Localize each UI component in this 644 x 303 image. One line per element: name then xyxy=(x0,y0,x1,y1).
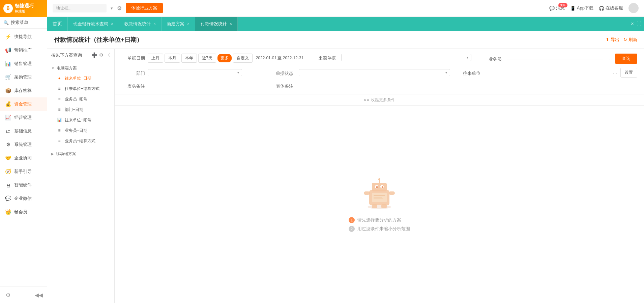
app-download-button[interactable]: 📱 App下载 xyxy=(570,5,593,11)
sidebar-item-cooperation[interactable]: 🤝 企业协同 xyxy=(0,151,47,165)
address-bar[interactable]: 地址栏... xyxy=(53,4,107,12)
collapse-more-button[interactable]: ∧∧ 收起更多条件 xyxy=(363,97,395,103)
tab-new-scheme[interactable]: 新建方案 × xyxy=(162,17,195,31)
staff-more-icon[interactable]: … xyxy=(607,56,612,62)
scheme-item-label-staff-date: 业务员+日期 xyxy=(65,128,87,133)
sidebar-item-operations[interactable]: 📈 经营管理 xyxy=(0,111,47,124)
date-btn-7days[interactable]: 近7天 xyxy=(198,54,216,63)
scheme-item-staff-settlement[interactable]: ≡ 业务员+结算方式 xyxy=(47,136,114,146)
nav-icon-marketing: 📢 xyxy=(5,47,11,54)
scheme-item-label-partner-settlement: 往来单位+结算方式 xyxy=(65,86,99,92)
header-note-label: 表头备注 xyxy=(121,82,145,89)
svg-point-0 xyxy=(368,205,391,209)
scheme-item-label-staff-account: 业务员+账号 xyxy=(65,96,87,102)
tab-payment-stats-close[interactable]: × xyxy=(230,22,232,26)
sidebar-item-hardware[interactable]: 🖨 智能硬件 xyxy=(0,178,47,192)
date-btn-more[interactable]: 更多 xyxy=(217,54,232,62)
desktop-group-title[interactable]: ▼ 电脑端方案 xyxy=(47,63,114,73)
refresh-button[interactable]: ↻ 刷新 xyxy=(623,37,637,43)
export-button[interactable]: ⬆ 导出 xyxy=(606,37,619,43)
source-doc-select[interactable]: ▾ xyxy=(341,54,471,61)
settings-button[interactable]: 设置 xyxy=(620,68,637,78)
desktop-scheme-group: ▼ 电脑端方案 ● 往来单位+日期 ≡ 往来单位+结算方式 ≡ 业务员+账号 ≡ xyxy=(47,62,114,148)
scheme-settings-icon[interactable]: ⚙ xyxy=(99,52,104,58)
tab-payment-stats[interactable]: 付款情况统计 × xyxy=(195,17,238,31)
dept-select[interactable]: ▾ xyxy=(148,69,242,76)
sidebar-item-quick-nav[interactable]: ⚡ 快捷导航 xyxy=(0,30,47,43)
user-avatar[interactable] xyxy=(628,3,639,13)
nav-label-finance: 资金管理 xyxy=(14,101,32,107)
staff-label: 业务员 xyxy=(478,55,502,62)
online-service-button[interactable]: 🎧 在线客服 xyxy=(599,5,623,11)
scheme-item-dept-date[interactable]: ≡ 部门+日期 xyxy=(47,104,114,115)
nav-icon-system: ⚙ xyxy=(5,141,11,148)
staff-input[interactable] xyxy=(507,57,603,60)
nav-label-hardware: 智能硬件 xyxy=(14,182,32,188)
nav-icon-guide: 🧭 xyxy=(5,168,11,175)
date-btn-custom[interactable]: 自定义 xyxy=(233,54,253,63)
scheme-item-icon-staff-account: ≡ xyxy=(57,96,62,102)
body-note-label: 表体备注 xyxy=(270,82,293,89)
tab-receipt-stats-close[interactable]: × xyxy=(153,22,156,26)
sidebar-item-system[interactable]: ⚙ 系统管理 xyxy=(0,138,47,151)
empty-tip-2: 2 用过滤条件来缩小分析范围 xyxy=(349,226,410,232)
date-label: 单据日期 xyxy=(121,54,145,61)
nav-label-purchase: 采购管理 xyxy=(14,74,32,80)
trial-button[interactable]: 体验行业方案 xyxy=(126,3,163,13)
collapse-panel-icon[interactable]: 《 xyxy=(106,52,110,58)
mobile-scheme-group: ▶ 移动端方案 xyxy=(47,148,114,160)
tab-receipt-stats[interactable]: 收款情况统计 × xyxy=(119,17,162,31)
date-btn-last-month[interactable]: 上月 xyxy=(148,54,163,63)
tab-home[interactable]: 首页 xyxy=(47,17,68,31)
scheme-item-partner-date[interactable]: ● 往来单位+日期 xyxy=(47,73,114,84)
scheme-item-partner-account[interactable]: 📊 往来单位+账号 xyxy=(47,115,114,125)
sidebar-item-finance[interactable]: 💰 资金管理 xyxy=(0,97,47,111)
top-bar-gear-icon[interactable]: ⚙ xyxy=(117,5,122,11)
tab-new-scheme-close[interactable]: × xyxy=(187,22,189,26)
sidebar-collapse-btn[interactable]: ◀◀ xyxy=(34,290,43,300)
scheme-item-partner-settlement[interactable]: ≡ 往来单位+结算方式 xyxy=(47,84,114,94)
address-chevron-icon[interactable]: ▾ xyxy=(111,6,113,11)
message-icon: 💬 xyxy=(549,6,555,11)
header-note-input[interactable] xyxy=(148,82,242,89)
scheme-item-staff-date[interactable]: ≡ 业务员+日期 xyxy=(47,125,114,136)
sidebar-item-inventory[interactable]: 📦 库存核算 xyxy=(0,84,47,97)
sidebar-item-member[interactable]: 👑 畅会员 xyxy=(0,205,47,219)
doc-status-select[interactable]: ▾ xyxy=(299,69,450,76)
svg-rect-11 xyxy=(389,191,395,195)
sidebar-item-guide[interactable]: 🧭 新手引导 xyxy=(0,165,47,178)
refresh-label: 刷新 xyxy=(628,37,637,43)
sidebar-settings-icon[interactable]: ⚙ xyxy=(3,290,13,300)
empty-state: 1 请先选择要分析的方案 2 用过滤条件来缩小分析范围 xyxy=(115,106,644,303)
scheme-item-staff-account[interactable]: ≡ 业务员+账号 xyxy=(47,94,114,104)
collapse-icon: ∧∧ xyxy=(363,97,370,102)
message-button[interactable]: 💬 消息 99+ xyxy=(549,5,565,11)
partner-more-icon[interactable]: … xyxy=(612,69,618,75)
svg-point-6 xyxy=(376,186,378,188)
sidebar-item-basic-info[interactable]: 🗂 基础信息 xyxy=(0,124,47,138)
tab-bar-expand-icon[interactable]: ⛶ xyxy=(637,21,641,27)
nav-icon-finance: 💰 xyxy=(5,101,11,108)
tab-bar-close-icon[interactable]: × xyxy=(631,21,634,27)
nav-label-quick-nav: 快捷导航 xyxy=(14,34,32,40)
tab-cash-flow-close[interactable]: × xyxy=(111,22,113,26)
export-icon: ⬆ xyxy=(606,37,609,42)
sidebar-search[interactable]: 🔍 搜索菜单 xyxy=(0,17,47,29)
sidebar-item-marketing[interactable]: 📢 营销推广 xyxy=(0,43,47,57)
partner-input[interactable] xyxy=(486,71,608,74)
tab-home-label: 首页 xyxy=(53,21,62,27)
date-btn-this-month[interactable]: 本月 xyxy=(165,54,180,63)
sidebar-item-wechat[interactable]: 💬 企业微信 xyxy=(0,192,47,205)
mobile-arrow-icon: ▶ xyxy=(51,152,54,156)
date-btn-this-year[interactable]: 本年 xyxy=(181,54,197,63)
add-scheme-icon[interactable]: ➕ xyxy=(91,52,97,58)
sidebar-item-sales[interactable]: 📊 销售管理 xyxy=(0,57,47,70)
body-note-input[interactable] xyxy=(299,82,637,89)
tab-receipt-stats-label: 收款情况统计 xyxy=(124,21,151,27)
tab-cash-flow[interactable]: 现金银行流水查询 × xyxy=(68,17,119,31)
query-button[interactable]: 查询 xyxy=(615,54,637,64)
mobile-group-title[interactable]: ▶ 移动端方案 xyxy=(47,149,114,159)
svg-point-9 xyxy=(378,178,380,180)
nav-icon-basic-info: 🗂 xyxy=(5,128,11,134)
sidebar-item-purchase[interactable]: 🛒 采购管理 xyxy=(0,70,47,84)
